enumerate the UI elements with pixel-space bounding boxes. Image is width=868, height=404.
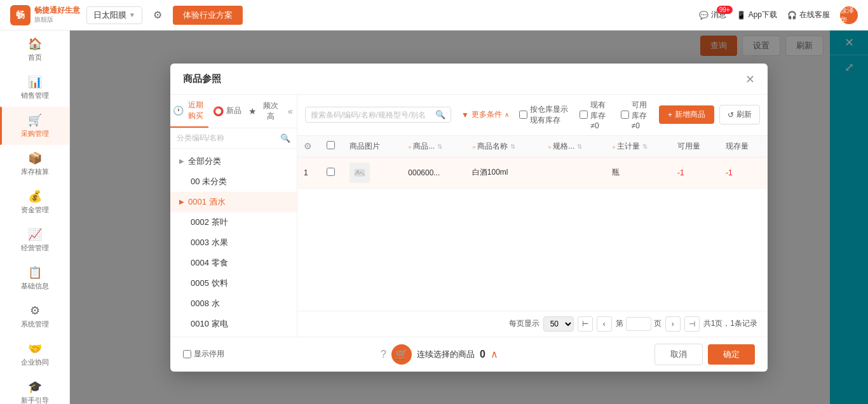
check-available-ne0[interactable]: 现有库存≠0 <box>580 100 613 130</box>
help-icon[interactable]: ? <box>381 349 386 360</box>
sidebar-label-basic-info: 基础信息 <box>21 281 49 291</box>
page-num-wrap: 第 1 页 <box>616 317 661 331</box>
cat-item-appliances[interactable]: 0010 家电 <box>170 314 297 334</box>
cell-current-stock: -1 <box>719 157 768 188</box>
category-list: ▶ 全部分类 00 未分类 ▶ 0001 酒水 <box>170 149 297 337</box>
checkbox-usable-ne0[interactable] <box>621 111 629 119</box>
show-disabled-check[interactable]: 显示停用 <box>183 349 224 360</box>
settings-icon[interactable]: ⚙ <box>147 5 168 25</box>
sidebar-item-finance[interactable]: 💰 资金管理 <box>0 183 69 221</box>
category-panel: 🕐 近期购买 ⭕ 新品 ★ 频次高 « <box>170 95 297 337</box>
sidebar-item-home[interactable]: 🏠 首页 <box>0 30 69 69</box>
nav-message[interactable]: 💬 消息 99+ <box>699 10 726 20</box>
checkbox-available-ne0[interactable] <box>580 111 588 119</box>
refresh-button[interactable]: ↺ 刷新 <box>719 105 760 125</box>
show-disabled-checkbox[interactable] <box>183 350 191 358</box>
user-menu[interactable]: 徐泽华 <box>840 6 858 24</box>
cart-icon[interactable]: 🛒 <box>391 344 412 365</box>
nav-right: 💬 消息 99+ 📱 App下载 🎧 在线客服 徐泽华 <box>699 6 858 24</box>
check-usable-ne0[interactable]: 可用库存≠0 <box>621 100 654 130</box>
cancel-button[interactable]: 取消 <box>654 344 703 365</box>
purchase-icon: 🛒 <box>28 113 42 127</box>
cat-item-liquor[interactable]: ▶ 0001 酒水 <box>170 192 297 212</box>
cat-item-uncategorized[interactable]: 00 未分类 <box>170 172 297 192</box>
table-header-row: ⚙ 商品图片 <box>297 136 768 158</box>
filter-button[interactable]: ▼ 更多条件 ∧ <box>456 107 514 123</box>
service-label: 在线客服 <box>799 10 830 20</box>
th-available: 可用量 <box>671 136 719 158</box>
cat-item-water[interactable]: 0008 水 <box>170 293 297 314</box>
sidebar-item-business[interactable]: 📈 经营管理 <box>0 221 69 259</box>
nav-customer-service[interactable]: 🎧 在线客服 <box>787 10 830 20</box>
checkbox-stock-display[interactable] <box>519 111 527 119</box>
th-spec: ⬦ 规格... ⇅ <box>541 136 605 158</box>
tab-new-product[interactable]: ⭕ 新品 <box>208 95 247 128</box>
sidebar-item-system[interactable]: ⚙ 系统管理 <box>0 297 69 335</box>
page-last-button[interactable]: ⊣ <box>684 316 700 332</box>
page-prev-button[interactable]: ‹ <box>597 316 612 332</box>
modal-header: 商品参照 ✕ <box>170 64 768 95</box>
page-input[interactable]: 1 <box>626 317 651 331</box>
modal-footer: 显示停用 ? 🛒 连续选择的商品 0 ∧ 取消 确定 <box>170 337 768 372</box>
cat-item-snacks[interactable]: 0004 零食 <box>170 253 297 273</box>
add-product-button[interactable]: + 新增商品 <box>659 105 714 124</box>
app-label: App下载 <box>749 10 777 20</box>
cat-label-liquor: 0001 酒水 <box>188 196 226 208</box>
product-search-input[interactable] <box>311 111 431 119</box>
app-icon: 📱 <box>736 11 746 20</box>
sidebar-item-guide[interactable]: 🎓 新手引导 <box>0 374 69 404</box>
cat-item-tea[interactable]: 0002 茶叶 <box>170 212 297 232</box>
category-search-icon[interactable]: 🔍 <box>280 133 290 143</box>
page-label: 第 <box>616 318 623 329</box>
filter-icon: ▼ <box>461 111 469 119</box>
product-search-icon[interactable]: 🔍 <box>435 110 445 119</box>
product-reference-modal: 商品参照 ✕ 🕐 近期购买 ⭕ <box>170 64 768 372</box>
collapse-category-button[interactable]: « <box>284 95 297 128</box>
tab-frequent[interactable]: ★ 频次高 <box>246 95 284 128</box>
cell-spec <box>541 157 605 188</box>
check-stock-display[interactable]: 按仓库显示现有库存 <box>519 104 573 126</box>
confirm-button[interactable]: 确定 <box>708 344 755 365</box>
category-search-input[interactable] <box>177 133 276 142</box>
product-table-wrap: ⚙ 商品图片 <box>297 136 768 311</box>
modal-close-button[interactable]: ✕ <box>745 72 755 86</box>
cat-item-all[interactable]: ▶ 全部分类 <box>170 151 297 172</box>
cat-item-fruit[interactable]: 0003 水果 <box>170 232 297 253</box>
modal-body: 🕐 近期购买 ⭕ 新品 ★ 频次高 « <box>170 95 768 337</box>
sort-unit-arrow: ⇅ <box>642 143 648 150</box>
cart-count: 0 <box>480 349 485 360</box>
store-dropdown[interactable]: 日太阳膜 ▼ <box>86 6 142 24</box>
table-row[interactable]: 1 <box>297 157 768 188</box>
table-settings-icon[interactable]: ⚙ <box>304 141 312 151</box>
sidebar-item-sales[interactable]: 📊 销售管理 <box>0 69 69 107</box>
footer-collapse-button[interactable]: ∧ <box>491 348 498 360</box>
check-available-label: 现有库存≠0 <box>590 100 613 130</box>
cart-label: 连续选择的商品 <box>417 349 475 360</box>
sidebar-label-business: 经营管理 <box>21 243 49 253</box>
category-tabs: 🕐 近期购买 ⭕ 新品 ★ 频次高 « <box>170 95 297 128</box>
row-checkbox[interactable] <box>327 168 335 176</box>
cat-arrow-liquor: ▶ <box>179 198 184 205</box>
product-toolbar: 🔍 ▼ 更多条件 ∧ 按仓库显示现有库存 <box>297 95 768 136</box>
tab-recent-purchase[interactable]: 🕐 近期购买 <box>170 95 208 128</box>
refresh-icon: ↺ <box>728 111 734 119</box>
select-all-checkbox[interactable] <box>327 141 335 149</box>
add-icon: + <box>668 111 672 119</box>
sidebar-item-basic-info[interactable]: 📋 基础信息 <box>0 259 69 297</box>
new-icon: ⭕ <box>213 106 224 116</box>
sidebar-item-purchase[interactable]: 🛒 采购管理 <box>0 107 69 145</box>
product-search-box: 🔍 <box>305 107 451 123</box>
page-next-button[interactable]: › <box>665 316 681 332</box>
nav-app-download[interactable]: 📱 App下载 <box>736 10 777 20</box>
sidebar-item-enterprise[interactable]: 🤝 企业协同 <box>0 335 69 374</box>
th-gear: ⚙ <box>297 136 320 158</box>
page-size-select[interactable]: 50 <box>543 316 574 332</box>
sort-name-icon: ⬦ <box>472 143 476 150</box>
content-area: 查询 设置 刷新 ✕ ⤢ 商品参照 ✕ <box>70 30 868 404</box>
footer-left: 显示停用 <box>183 349 224 360</box>
page-first-button[interactable]: ⊢ <box>578 316 593 332</box>
cat-item-drinks[interactable]: 0005 饮料 <box>170 273 297 293</box>
main-layout: 🏠 首页 📊 销售管理 🛒 采购管理 📦 库存核算 💰 资金管理 📈 经营管理 … <box>0 30 868 404</box>
cta-button[interactable]: 体验行业方案 <box>173 6 243 25</box>
sidebar-item-inventory[interactable]: 📦 库存核算 <box>0 145 69 183</box>
